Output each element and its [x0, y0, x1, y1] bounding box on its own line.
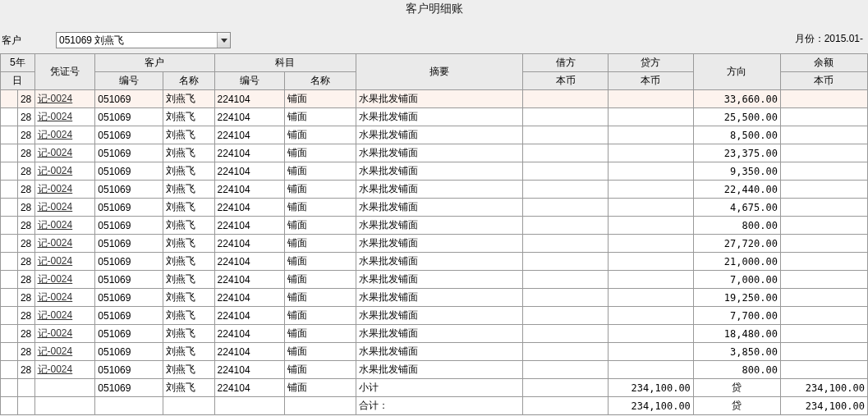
cell-cust-code: 051069: [95, 126, 163, 144]
cell-balance: [780, 325, 867, 343]
cell-debit: [523, 181, 609, 199]
cell-blank: [1, 217, 18, 235]
table-row[interactable]: 28记-0024051069刘燕飞224104铺面水果批发铺面7,000.00: [1, 271, 868, 289]
cell-voucher[interactable]: 记-0024: [34, 199, 95, 217]
cell-credit: [609, 289, 694, 307]
cell-subj-code: 224104: [214, 307, 284, 325]
cell-cust-name: 刘燕飞: [163, 217, 214, 235]
cell-cust-code: 051069: [95, 144, 163, 162]
cell-voucher[interactable]: 记-0024: [34, 181, 95, 199]
cell-voucher[interactable]: 记-0024: [34, 108, 95, 126]
cell-balance: [780, 271, 867, 289]
cell-voucher[interactable]: 记-0024: [34, 162, 95, 181]
cell-blank: [1, 289, 18, 307]
cell-day: 28: [17, 343, 34, 361]
cell-day: 28: [17, 235, 34, 253]
cell-balance: [780, 217, 867, 235]
cell-cust-name: 刘燕飞: [163, 271, 214, 289]
cell-subj-code: 224104: [214, 108, 284, 126]
cell-day: 28: [17, 289, 34, 307]
table-row[interactable]: 28记-0024051069刘燕飞224104铺面水果批发铺面800.00: [1, 217, 868, 235]
table-row[interactable]: 28记-0024051069刘燕飞224104铺面水果批发铺面9,350.00: [1, 162, 868, 181]
th-customer-code: 编号: [95, 72, 163, 90]
table-row[interactable]: 28记-0024051069刘燕飞224104铺面水果批发铺面25,500.00: [1, 108, 868, 126]
cell-direction: 3,850.00: [693, 343, 780, 361]
cell-blank: [1, 361, 18, 379]
cell-cust-name: 刘燕飞: [163, 361, 214, 379]
cell-cust-name: 刘燕飞: [163, 199, 214, 217]
table-row[interactable]: 28记-0024051069刘燕飞224104铺面水果批发铺面21,000.00: [1, 253, 868, 271]
cell-blank: [1, 271, 18, 289]
cell-debit: [523, 397, 609, 415]
cell-cust-name: 刘燕飞: [163, 307, 214, 325]
cell-debit: [523, 162, 609, 181]
cell-voucher[interactable]: 记-0024: [34, 253, 95, 271]
table-row[interactable]: 28记-0024051069刘燕飞224104铺面水果批发铺面23,375.00: [1, 144, 868, 162]
th-voucher: 凭证号: [34, 54, 95, 90]
cell-day: 28: [17, 361, 34, 379]
th-subject-name: 名称: [284, 72, 356, 90]
table-row[interactable]: 28记-0024051069刘燕飞224104铺面水果批发铺面33,660.00: [1, 90, 868, 108]
table-row[interactable]: 28记-0024051069刘燕飞224104铺面水果批发铺面3,850.00: [1, 343, 868, 361]
table-row[interactable]: 28记-0024051069刘燕飞224104铺面水果批发铺面27,720.00: [1, 235, 868, 253]
cell-subj-code: 224104: [214, 235, 284, 253]
cell-blank: [1, 126, 18, 144]
cell-subj-code: 224104: [214, 325, 284, 343]
cell-voucher[interactable]: 记-0024: [34, 90, 95, 108]
cell-direction: 7,700.00: [693, 307, 780, 325]
cell-debit: [523, 217, 609, 235]
cell-subj-code: 224104: [214, 343, 284, 361]
cell-subj-name: 铺面: [284, 90, 356, 108]
cell-voucher[interactable]: 记-0024: [34, 144, 95, 162]
cell-credit: [609, 162, 694, 181]
table-row[interactable]: 28记-0024051069刘燕飞224104铺面水果批发铺面800.00: [1, 361, 868, 379]
cell-summary: 水果批发铺面: [356, 181, 523, 199]
table-row[interactable]: 28记-0024051069刘燕飞224104铺面水果批发铺面8,500.00: [1, 126, 868, 144]
cell-subj-name: 铺面: [284, 289, 356, 307]
cell-debit: [523, 126, 609, 144]
cell-voucher[interactable]: 记-0024: [34, 217, 95, 235]
cell-subj-code: 224104: [214, 379, 284, 397]
cell-voucher[interactable]: 记-0024: [34, 126, 95, 144]
cell-cust-name: 刘燕飞: [163, 235, 214, 253]
table-row[interactable]: 28记-0024051069刘燕飞224104铺面水果批发铺面4,675.00: [1, 199, 868, 217]
cell-summary: 水果批发铺面: [356, 343, 523, 361]
table-row[interactable]: 28记-0024051069刘燕飞224104铺面水果批发铺面22,440.00: [1, 181, 868, 199]
cell-debit: [523, 289, 609, 307]
cell-voucher[interactable]: 记-0024: [34, 289, 95, 307]
cell-cust-code: 051069: [95, 181, 163, 199]
cell-debit: [523, 379, 609, 397]
cell-subj-name: 铺面: [284, 217, 356, 235]
cell-subj-code: 224104: [214, 126, 284, 144]
cell-credit: [609, 199, 694, 217]
cell-blank: [1, 325, 18, 343]
table-row[interactable]: 28记-0024051069刘燕飞224104铺面水果批发铺面7,700.00: [1, 307, 868, 325]
th-customer-group: 客户: [95, 54, 214, 72]
cell-voucher[interactable]: 记-0024: [34, 235, 95, 253]
cell-subj-code: [214, 397, 284, 415]
cell-voucher[interactable]: 记-0024: [34, 307, 95, 325]
cell-credit: [609, 307, 694, 325]
cell-credit: [609, 181, 694, 199]
chevron-down-icon[interactable]: [217, 33, 230, 48]
customer-select[interactable]: 051069 刘燕飞: [56, 32, 231, 48]
cell-direction: 33,660.00: [693, 90, 780, 108]
cell-subj-name: 铺面: [284, 126, 356, 144]
cell-credit: [609, 144, 694, 162]
page-title: 客户明细账: [0, 0, 868, 16]
cell-cust-code: 051069: [95, 343, 163, 361]
cell-blank: [1, 235, 18, 253]
cell-cust-code: 051069: [95, 325, 163, 343]
cell-voucher[interactable]: 记-0024: [34, 343, 95, 361]
cell-voucher[interactable]: 记-0024: [34, 271, 95, 289]
cell-subj-code: 224104: [214, 217, 284, 235]
cell-debit: [523, 343, 609, 361]
cell-cust-code: 051069: [95, 235, 163, 253]
table-row[interactable]: 28记-0024051069刘燕飞224104铺面水果批发铺面19,250.00: [1, 289, 868, 307]
cell-voucher[interactable]: 记-0024: [34, 361, 95, 379]
cell-subj-name: 铺面: [284, 199, 356, 217]
table-row[interactable]: 28记-0024051069刘燕飞224104铺面水果批发铺面18,480.00: [1, 325, 868, 343]
month-range: 月份：2015.01-: [795, 32, 863, 46]
cell-balance: [780, 126, 867, 144]
cell-voucher[interactable]: 记-0024: [34, 325, 95, 343]
